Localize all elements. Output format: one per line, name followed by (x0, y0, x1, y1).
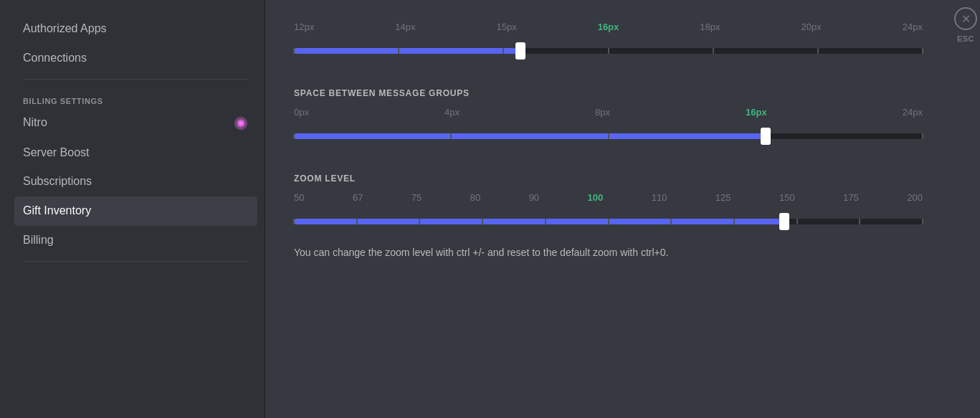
message-spacing-labels: 0px 4px 8px 16px 24px (294, 107, 923, 118)
message-spacing-label-4px: 4px (444, 107, 460, 118)
font-size-slider-container: 12px 14px 15px 16px 18px 20px 24px (294, 22, 923, 65)
zoom-label-75: 75 (411, 192, 422, 203)
zoom-level-fill (294, 219, 784, 224)
esc-label: ESC (957, 34, 974, 43)
font-size-labels: 12px 14px 15px 16px 18px 20px 24px (294, 22, 923, 32)
zoom-level-thumb[interactable] (779, 213, 789, 230)
message-spacing-label-16px: 16px (746, 107, 767, 118)
message-spacing-label-24px: 24px (903, 107, 923, 118)
sidebar-item-authorized-apps[interactable]: Authorized Apps (14, 14, 257, 44)
zoom-level-section-label: ZOOM LEVEL (294, 174, 923, 184)
font-size-track (294, 48, 923, 54)
sidebar-item-connections[interactable]: Connections (14, 44, 257, 73)
message-spacing-label-8px: 8px (595, 107, 610, 118)
sidebar-divider-bottom (23, 261, 249, 262)
font-size-label-15px: 15px (496, 22, 516, 32)
font-size-label-20px: 20px (801, 22, 822, 32)
zoom-level-track-wrapper[interactable] (294, 207, 923, 236)
sidebar-item-server-boost[interactable]: Server Boost (14, 138, 257, 168)
font-size-label-16px: 16px (598, 22, 619, 32)
font-size-label-24px: 24px (903, 22, 923, 32)
sidebar-item-subscriptions[interactable]: Subscriptions (14, 167, 257, 196)
zoom-label-110: 110 (652, 192, 667, 203)
zoom-label-67: 67 (353, 192, 363, 203)
zoom-label-175: 175 (843, 192, 859, 203)
zoom-label-150: 150 (779, 192, 795, 203)
font-size-label-12px: 12px (294, 22, 314, 32)
message-spacing-slider-container: SPACE BETWEEN MESSAGE GROUPS 0px 4px 8px… (294, 88, 923, 151)
zoom-level-labels: 50 67 75 80 90 100 110 125 150 175 200 (294, 192, 923, 203)
billing-section-header: BILLING SETTINGS (14, 85, 257, 108)
font-size-label-14px: 14px (395, 22, 415, 32)
close-button[interactable]: ✕ (954, 7, 977, 30)
sidebar-item-billing[interactable]: Billing (14, 226, 257, 255)
zoom-label-125: 125 (715, 192, 731, 203)
font-size-track-wrapper[interactable] (294, 37, 923, 65)
zoom-label-50: 50 (294, 192, 304, 203)
sidebar: Authorized Apps Connections BILLING SETT… (0, 0, 265, 418)
font-size-label-18px: 18px (700, 22, 720, 32)
zoom-label-80: 80 (470, 192, 480, 203)
font-size-fill (294, 48, 520, 54)
message-spacing-track (294, 133, 923, 139)
message-spacing-thumb[interactable] (761, 128, 771, 145)
font-size-thumb[interactable] (515, 42, 525, 60)
main-content: 12px 14px 15px 16px 18px 20px 24px (265, 0, 951, 418)
close-area: ✕ ESC (951, 0, 980, 418)
nitro-icon (233, 115, 249, 131)
message-spacing-track-wrapper[interactable] (294, 122, 923, 151)
zoom-level-track (294, 219, 923, 224)
zoom-label-90: 90 (529, 192, 539, 203)
zoom-level-slider-container: ZOOM LEVEL 50 67 75 80 90 100 110 125 15… (294, 174, 923, 260)
sidebar-item-nitro[interactable]: Nitro (14, 108, 257, 138)
sidebar-item-gift-inventory[interactable]: Gift Inventory (14, 196, 257, 226)
svg-point-2 (239, 121, 243, 125)
message-spacing-label-0px: 0px (294, 107, 309, 118)
zoom-hint-text: You can change the zoom level with ctrl … (294, 244, 923, 260)
zoom-label-100: 100 (588, 192, 604, 203)
sidebar-divider-billing (23, 79, 249, 80)
message-spacing-section-label: SPACE BETWEEN MESSAGE GROUPS (294, 88, 923, 98)
zoom-label-200: 200 (907, 192, 923, 203)
message-spacing-fill (294, 133, 766, 139)
